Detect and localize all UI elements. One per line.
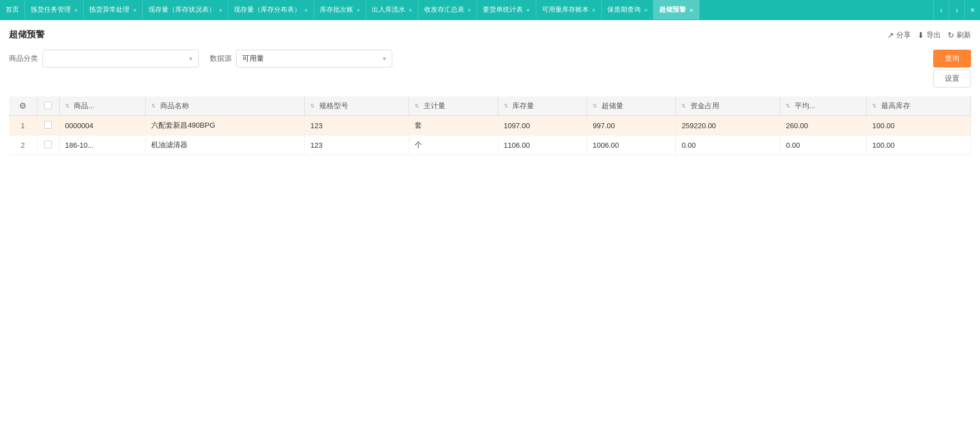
- th-unit-label: 主计量: [424, 101, 445, 110]
- cell-code-1: 186-10...: [59, 135, 146, 155]
- header-actions: ↗ 分享 ⬇ 导出 ↻ 刷新: [887, 30, 971, 40]
- category-select[interactable]: ▾: [42, 50, 199, 67]
- gear-icon[interactable]: ⚙: [19, 101, 26, 111]
- close-tab-inout[interactable]: ×: [409, 7, 412, 13]
- share-label: 分享: [896, 30, 911, 40]
- export-label: 导出: [926, 30, 941, 40]
- close-tab-order-stat[interactable]: ×: [526, 7, 530, 13]
- cell-maxstock-1: 100.00: [867, 135, 971, 155]
- data-table: ⚙ ⇅ 商品... ⇅ 商品名称 ⇅ 规格型号 ⇅: [9, 96, 971, 155]
- main-content: 超储预警 ↗ 分享 ⬇ 导出 ↻ 刷新 商品分类 ▾: [0, 20, 980, 446]
- datasource-filter: 数据源 可用量 ▾: [210, 50, 392, 67]
- th-checkbox: [37, 96, 59, 116]
- refresh-button[interactable]: ↻ 刷新: [948, 30, 971, 40]
- cell-overstock-0: 997.00: [587, 116, 675, 135]
- sort-max-stock-icon: ⇅: [872, 104, 877, 109]
- nav-left-arrow[interactable]: ‹: [933, 0, 949, 20]
- th-product-name[interactable]: ⇅ 商品名称: [146, 96, 305, 116]
- close-tab-collect[interactable]: ×: [468, 7, 471, 13]
- th-max-stock[interactable]: ⇅ 最高库存: [867, 96, 971, 116]
- query-button[interactable]: 查询: [933, 50, 971, 67]
- sort-capital-icon: ⇅: [681, 104, 686, 109]
- sort-overstock-icon: ⇅: [593, 104, 597, 109]
- cell-capital-1: 0.00: [676, 135, 780, 155]
- close-tab-quality[interactable]: ×: [644, 7, 647, 13]
- nav-tab-home[interactable]: 首页: [0, 0, 25, 20]
- th-capital[interactable]: ⇅ 资金占用: [676, 96, 780, 116]
- th-product-name-label: 商品名称: [160, 101, 189, 110]
- th-spec-label: 规格型号: [319, 101, 348, 110]
- th-capital-label: 资金占用: [690, 101, 719, 110]
- cell-checkbox-0: [37, 116, 59, 135]
- sort-product-name-icon: ⇅: [151, 104, 156, 109]
- th-avg-label: 平均...: [795, 101, 815, 110]
- th-gear: ⚙: [9, 96, 37, 116]
- cell-stock-0: 1097.00: [498, 116, 587, 135]
- nav-tab-batch[interactable]: 库存批次账×: [314, 0, 366, 20]
- sort-avg-icon: ⇅: [786, 104, 790, 109]
- refresh-icon: ↻: [948, 31, 954, 40]
- th-spec[interactable]: ⇅ 规格型号: [305, 96, 409, 116]
- nav-tab-stock-dist[interactable]: 现存量（库存分布表）×: [228, 0, 314, 20]
- close-tab-batch[interactable]: ×: [357, 7, 360, 13]
- close-tab-stock-dist[interactable]: ×: [304, 7, 308, 13]
- close-tab-abnormal[interactable]: ×: [133, 7, 136, 13]
- nav-tab-overstock[interactable]: 超储预警×: [654, 0, 699, 20]
- th-stock[interactable]: ⇅ 库存量: [498, 96, 587, 116]
- th-avg[interactable]: ⇅ 平均...: [780, 96, 867, 116]
- close-tab-available[interactable]: ×: [592, 7, 595, 13]
- nav-right-arrow[interactable]: ›: [949, 0, 964, 20]
- nav-tab-quality[interactable]: 保质期查询×: [602, 0, 654, 20]
- nav-close-arrow[interactable]: ×: [964, 0, 980, 20]
- th-unit[interactable]: ⇅ 主计量: [409, 96, 498, 116]
- datasource-select[interactable]: 可用量 ▾: [236, 50, 392, 67]
- th-product-code-label: 商品...: [74, 101, 94, 110]
- cell-maxstock-0: 100.00: [867, 116, 971, 135]
- close-tab-stock-status[interactable]: ×: [219, 7, 222, 13]
- th-product-code[interactable]: ⇅ 商品...: [59, 96, 146, 116]
- cell-index-0: 1: [9, 116, 37, 135]
- nav-arrows: ‹ › ×: [933, 0, 980, 20]
- filter-area: 商品分类 ▾ 数据源 可用量 ▾: [9, 50, 922, 67]
- cell-name-1: 机油滤清器: [146, 135, 305, 155]
- refresh-label: 刷新: [957, 30, 971, 40]
- export-button[interactable]: ⬇ 导出: [917, 30, 941, 40]
- nav-tab-collect[interactable]: 收发存汇总表×: [419, 0, 477, 20]
- sort-unit-icon: ⇅: [415, 104, 419, 109]
- close-tab-task[interactable]: ×: [74, 7, 78, 13]
- sort-stock-icon: ⇅: [504, 104, 508, 109]
- th-overstock-label: 超储量: [602, 101, 623, 110]
- share-icon: ↗: [887, 31, 894, 40]
- cell-capital-0: 259220.00: [676, 116, 780, 135]
- cell-spec-1: 123: [305, 135, 409, 155]
- th-overstock[interactable]: ⇅ 超储量: [587, 96, 675, 116]
- cell-unit-0: 套: [409, 116, 498, 135]
- page-header: 超储预警 ↗ 分享 ⬇ 导出 ↻ 刷新: [9, 29, 971, 41]
- close-tab-overstock[interactable]: ×: [689, 7, 693, 13]
- nav-tab-order-stat[interactable]: 要货单统计表×: [477, 0, 536, 20]
- th-max-stock-label: 最高库存: [881, 101, 910, 110]
- row-checkbox-0[interactable]: [44, 121, 52, 129]
- nav-tab-task[interactable]: 拣货任务管理×: [25, 0, 84, 20]
- cell-code-0: 0000004: [59, 116, 146, 135]
- nav-tab-abnormal[interactable]: 拣货异常处理×: [84, 0, 142, 20]
- select-all-checkbox[interactable]: [44, 101, 52, 109]
- settings-button[interactable]: 设置: [933, 70, 971, 88]
- nav-tab-available[interactable]: 可用量库存账本×: [536, 0, 602, 20]
- datasource-value: 可用量: [242, 54, 264, 64]
- table-header-row: ⚙ ⇅ 商品... ⇅ 商品名称 ⇅ 规格型号 ⇅: [9, 96, 971, 116]
- top-nav: 首页拣货任务管理×拣货异常处理×现存量（库存状况表）×现存量（库存分布表）×库存…: [0, 0, 980, 20]
- category-chevron-icon: ▾: [189, 55, 193, 62]
- datasource-chevron-icon: ▾: [383, 55, 386, 62]
- share-button[interactable]: ↗ 分享: [887, 30, 911, 40]
- cell-checkbox-1: [37, 135, 59, 155]
- cell-avg-0: 260.00: [780, 116, 867, 135]
- nav-tab-inout[interactable]: 出入库流水×: [366, 0, 418, 20]
- nav-tab-stock-status[interactable]: 现存量（库存状况表）×: [143, 0, 228, 20]
- cell-name-0: 六配套新昌490BPG: [146, 116, 305, 135]
- category-label: 商品分类: [9, 54, 38, 64]
- cell-unit-1: 个: [409, 135, 498, 155]
- row-checkbox-1[interactable]: [44, 140, 52, 148]
- cell-overstock-1: 1006.00: [587, 135, 675, 155]
- cell-stock-1: 1106.00: [498, 135, 587, 155]
